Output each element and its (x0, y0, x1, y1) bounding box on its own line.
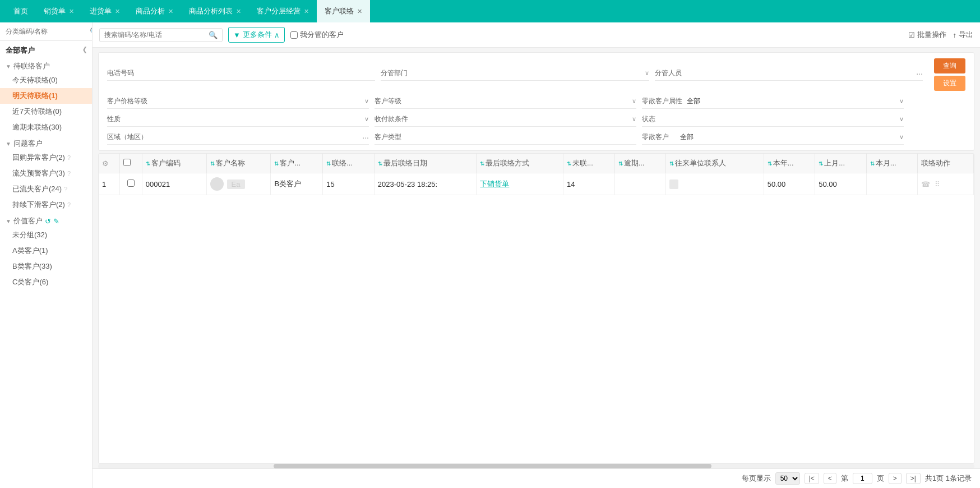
sidebar: 🔍 全部客户 《 待联络客户 今天待联络(0) 明天待联络(1) 近7天待联络(… (0, 22, 93, 488)
close-icon[interactable]: ✕ (304, 8, 309, 15)
hint-icon: ? (67, 154, 71, 161)
chevron-down-icon: ∨ (899, 116, 904, 123)
close-icon[interactable]: ✕ (236, 8, 241, 15)
nav-salesnote[interactable]: 销货单 ✕ (36, 0, 82, 22)
sidebar-search-area: 🔍 (0, 22, 92, 41)
nav-product-analysis[interactable]: 商品分析 ✕ (128, 0, 181, 22)
filter-row-4: 区域（地区） ··· 客户类型 零散客户 全部 ∨ (107, 132, 965, 145)
close-icon[interactable]: ✕ (69, 8, 74, 15)
per-page-select[interactable]: 50 (775, 472, 800, 485)
pagination: 每页显示 50 |< < 第 页 > >| 共1页 1条记录 (93, 468, 980, 488)
nav-purchasenote[interactable]: 进货单 ✕ (82, 0, 128, 22)
chevron-down-icon: ∨ (899, 133, 904, 141)
cell-code: 000021 (142, 173, 206, 195)
cell-checkbox (120, 173, 142, 195)
sidebar-search-input[interactable] (6, 27, 90, 35)
nav-product-analysis-list[interactable]: 商品分析列表 ✕ (181, 0, 249, 22)
th-checkbox (120, 154, 142, 173)
th-last-contact-date: ⇅ 最后联络日期 (374, 154, 477, 173)
collapse-icon[interactable]: 《 (79, 45, 86, 56)
chevron-up-icon: ∧ (274, 31, 280, 39)
filter-customer-type: 客户类型 (375, 132, 636, 145)
page-unit: 页 (877, 473, 884, 484)
close-icon[interactable]: ✕ (168, 8, 173, 15)
last-page-btn[interactable]: >| (906, 473, 921, 484)
hint-icon: ? (64, 186, 67, 192)
sidebar-item-ungrouped[interactable]: 未分组(32) (0, 227, 92, 243)
toolbar-search-input[interactable] (104, 31, 209, 39)
customer-table: ⚙ ⇅ 客户编码 (99, 154, 974, 195)
sort-icon: ⇅ (768, 160, 772, 167)
select-all-checkbox[interactable] (123, 159, 131, 166)
filter-customer-level: 客户等级 ∨ (375, 96, 636, 109)
edit-icon[interactable]: ✎ (53, 217, 59, 225)
sort-icon: ⇅ (210, 160, 215, 167)
nav-home[interactable]: 首页 (6, 0, 36, 22)
sidebar-item-week-contact[interactable]: 近7天待联络(0) (0, 104, 92, 119)
checkbox-icon: ☑ (908, 31, 915, 39)
nav-customer-tier[interactable]: 客户分层经营 ✕ (249, 0, 317, 22)
batch-op-button[interactable]: ☑ 批量操作 (908, 30, 946, 40)
main-layout: 🔍 全部客户 《 待联络客户 今天待联络(0) 明天待联络(1) 近7天待联络(… (0, 22, 980, 488)
chevron-down-icon: ∨ (364, 98, 369, 105)
pending-contact-group: 待联络客户 (0, 58, 92, 72)
cell-last-contact-method[interactable]: 下销货单 (477, 173, 563, 195)
th-last-contact-method: ⇅ 最后联络方式 (477, 154, 563, 173)
unit-contact-blurred (669, 179, 678, 189)
sort-icon: ⇅ (819, 160, 823, 167)
th-this-month: ⇅ 本月... (866, 154, 918, 173)
next-page-btn[interactable]: > (889, 473, 902, 484)
close-icon[interactable]: ✕ (357, 8, 362, 15)
sidebar-item-churn-warning[interactable]: 流失预警客户(3) ? (0, 165, 92, 181)
cell-no: 1 (99, 173, 120, 195)
prev-page-btn[interactable]: < (824, 473, 836, 484)
sidebar-item-today-contact[interactable]: 今天待联络(0) (0, 72, 92, 88)
first-page-btn[interactable]: |< (805, 473, 819, 484)
filter-region: 区域（地区） ··· (107, 132, 369, 145)
cell-overdue (614, 173, 666, 195)
sidebar-item-tomorrow-contact[interactable]: 明天待联络(1) (0, 88, 92, 104)
sidebar-item-churned[interactable]: 已流失客户(24) ? (0, 181, 92, 197)
filter-row-2: 客户价格等级 ∨ 客户等级 ∨ 零散客户属性 全部 ∨ (107, 96, 965, 109)
toolbar-search-icon[interactable]: 🔍 (209, 31, 218, 39)
my-customers-checkbox[interactable] (290, 31, 298, 39)
filter-panel: 电话号码 分管部门 ∨ 分管人员 ··· 查询 设置 (98, 52, 974, 151)
close-icon[interactable]: ✕ (115, 8, 120, 15)
th-type: ⇅ 客户... (271, 154, 323, 173)
sidebar-item-declining[interactable]: 持续下滑客户(2) ? (0, 197, 92, 213)
cell-uncontacted: 14 (563, 173, 614, 195)
contact-icon[interactable]: ☎ (921, 180, 930, 188)
th-overdue: ⇅ 逾期... (614, 154, 666, 173)
customer-name-blurred: Ea (227, 179, 245, 189)
sidebar-item-class-b[interactable]: B类客户(33) (0, 259, 92, 274)
chevron-down-icon: ∨ (364, 116, 369, 123)
sidebar-item-overdue-contact[interactable]: 逾期未联络(30) (0, 119, 92, 135)
sidebar-item-class-c[interactable]: C类客户(6) (0, 274, 92, 290)
sidebar-item-class-a[interactable]: A类客户(1) (0, 243, 92, 259)
chevron-down-icon: ∨ (632, 116, 636, 123)
sort-icon: ⇅ (274, 160, 279, 167)
more-action-icon[interactable]: ⠿ (935, 180, 940, 188)
query-button[interactable]: 查询 (934, 58, 965, 73)
more-icon: ··· (362, 133, 369, 142)
page-input[interactable] (853, 473, 872, 484)
filter-icon: ▼ (233, 31, 241, 39)
cell-unit-contact (666, 173, 764, 195)
toolbar: 🔍 ▼ 更多条件 ∧ 我分管的客户 ☑ 批量操作 ↑ 导出 (93, 22, 980, 48)
more-filters-button[interactable]: ▼ 更多条件 ∧ (228, 27, 285, 43)
set-button[interactable]: 设置 (934, 76, 965, 91)
filter-action-buttons: 查询 设置 (934, 58, 965, 91)
toolbar-right: ☑ 批量操作 ↑ 导出 (908, 30, 974, 40)
sidebar-item-abnormal-purchase[interactable]: 回购异常客户(2) ? (0, 150, 92, 165)
refresh-icon[interactable]: ↺ (45, 217, 51, 225)
filter-retail-attr: 零散客户属性 全部 ∨ (642, 96, 904, 109)
my-customers-checkbox-label[interactable]: 我分管的客户 (290, 30, 344, 40)
sort-icon: ⇅ (618, 160, 623, 167)
filter-payment: 收付款条件 ∨ (375, 114, 636, 127)
row-checkbox[interactable] (127, 179, 135, 187)
sort-icon: ⇅ (146, 160, 150, 167)
nav-customer-contact[interactable]: 客户联络 ✕ (317, 0, 370, 22)
export-button[interactable]: ↑ 导出 (953, 30, 974, 40)
gear-icon[interactable]: ⚙ (102, 159, 109, 168)
horizontal-scrollbar[interactable] (98, 464, 974, 468)
